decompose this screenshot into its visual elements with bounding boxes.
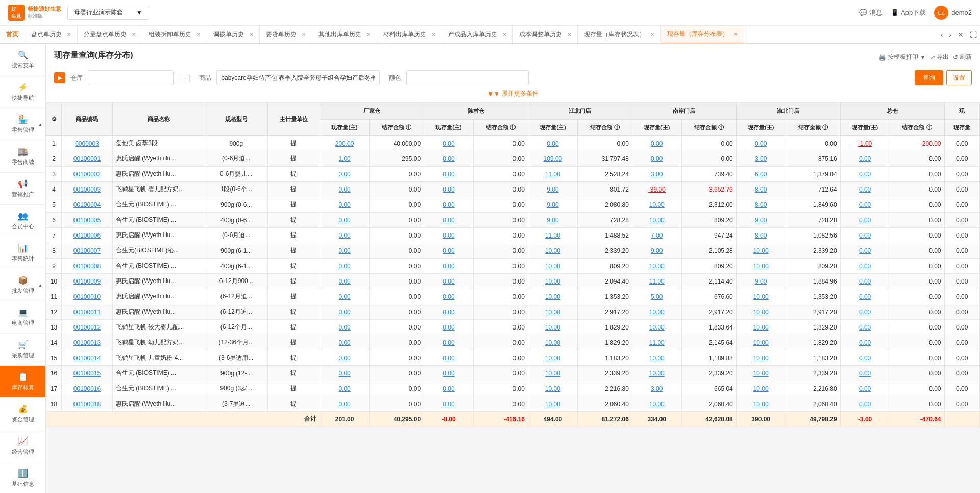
sidebar-item-nav[interactable]: ⚡ 快捷导航 [0,76,45,108]
yuanbei-current-link[interactable]: 10.00 [753,355,769,362]
color-input[interactable] [406,70,529,85]
jiangbei-current-link[interactable]: 9.00 [547,217,558,224]
setting-button[interactable]: 设置 [946,70,972,85]
sidebar-item-ecommerce[interactable]: 💻 电商管理 [0,301,45,334]
tab-qitachu[interactable]: 其他出库单历史 ✕ [312,26,377,44]
message-btn[interactable]: 💬 消息 [859,8,883,17]
chen-current-link[interactable]: 0.00 [443,339,454,346]
nanan-current-link[interactable]: 3.00 [651,171,663,178]
nanan-current-link[interactable]: 5.00 [651,293,663,300]
total-current-link[interactable]: 0.00 [859,155,871,162]
factory-current-link[interactable]: 0.00 [338,401,350,408]
code-link[interactable]: 00100005 [74,217,101,224]
factory-current-link[interactable]: 0.00 [338,355,350,362]
jiangbei-current-link[interactable]: 10.00 [545,309,560,316]
chen-current-link[interactable]: 0.00 [443,355,454,362]
nanan-current-link[interactable]: 11.00 [649,339,665,346]
sidebar-item-purchase[interactable]: 🛒 采购管理 [0,334,45,366]
jiangbei-current-link[interactable]: 11.00 [545,171,560,178]
print-dropdown[interactable]: ▼ [920,54,926,61]
sidebar-item-wholesale[interactable]: 📦 批发管理 [0,269,45,301]
jiangbei-current-link[interactable]: 10.00 [545,278,560,285]
yuanbei-current-link[interactable]: 10.00 [753,263,769,270]
warehouse-ellipsis[interactable]: ··· [179,74,190,82]
total-current-link[interactable]: 0.00 [859,278,871,285]
tab-close-all[interactable]: ✕ [954,31,967,39]
total-current-link[interactable]: 0.00 [859,339,871,346]
code-link[interactable]: 00100012 [74,324,101,331]
code-link[interactable]: 00100003 [74,186,101,193]
total-current-link[interactable]: 0.00 [859,370,871,377]
tab-scroll-left[interactable]: ‹ [938,31,946,39]
tab-diaob[interactable]: 调拨单历史 ✕ [207,26,260,44]
tab-liaoliao[interactable]: 材料出库单历史 ✕ [377,26,442,44]
jiangbei-current-link[interactable]: 109.00 [544,155,562,162]
yuanbei-current-link[interactable]: 10.00 [753,309,769,316]
code-link[interactable]: 00100014 [74,355,101,362]
chen-current-link[interactable]: 0.00 [443,370,454,377]
jiangbei-current-link[interactable]: 10.00 [545,401,560,408]
tab-chengpin[interactable]: 产成品入库单历史 ✕ [442,26,513,44]
total-current-link[interactable]: 0.00 [859,385,871,392]
close-pandian[interactable]: ✕ [67,32,71,37]
export-button[interactable]: ↗ 导出 [930,53,949,61]
total-current-link[interactable]: 0.00 [859,232,871,239]
factory-current-link[interactable]: 0.00 [338,385,350,392]
code-link[interactable]: 00100006 [74,232,101,239]
total-current-link[interactable]: 0.00 [859,324,871,331]
jiangbei-current-link[interactable]: 9.00 [547,201,558,208]
print-button[interactable]: 🖨️ 按模板打印 ▼ [878,53,926,61]
sidebar-item-retailstat[interactable]: 📊 零售统计 [0,237,45,269]
jiangbei-current-link[interactable]: 10.00 [545,247,560,254]
nanan-current-link[interactable]: 10.00 [649,370,665,377]
code-link[interactable]: 00100002 [74,171,101,178]
yuanbei-current-link[interactable]: 8.00 [755,201,767,208]
nanan-current-link[interactable]: 10.00 [649,324,665,331]
query-button[interactable]: 查询 [915,70,943,85]
jiangbei-current-link[interactable]: 10.00 [545,355,560,362]
chen-current-link[interactable]: 0.00 [443,201,454,208]
warehouse-input[interactable] [88,70,174,85]
total-current-link[interactable]: 0.00 [859,171,871,178]
code-link[interactable]: 00100011 [74,309,101,316]
sidebar-item-member[interactable]: 👥 会员中心 [0,205,45,237]
yuanbei-current-link[interactable]: 10.00 [753,370,769,377]
total-current-link[interactable]: 0.00 [859,186,871,193]
chen-current-link[interactable]: 0.00 [443,232,454,239]
nanan-current-link[interactable]: 10.00 [649,263,665,270]
chen-current-link[interactable]: 0.00 [443,247,454,254]
factory-current-link[interactable]: 0.00 [338,324,350,331]
nanan-current-link[interactable]: 10.00 [649,401,665,408]
jiangbei-current-link[interactable]: 10.00 [545,324,560,331]
yuanbei-current-link[interactable]: 10.00 [753,324,769,331]
code-link[interactable]: 00100016 [74,385,101,392]
tab-scroll-right[interactable]: › [946,31,954,39]
nanan-current-link[interactable]: 10.00 [649,355,665,362]
yuanbei-current-link[interactable]: 10.00 [753,339,769,346]
nanan-current-link[interactable]: 7.00 [651,232,663,239]
nanan-current-link[interactable]: 10.00 [649,201,665,208]
factory-current-link[interactable]: 0.00 [338,263,350,270]
total-current-link[interactable]: 0.00 [859,201,871,208]
nanan-current-link[interactable]: 0.00 [651,140,663,147]
yuanbei-current-link[interactable]: 9.00 [755,217,767,224]
chen-current-link[interactable]: 0.00 [443,217,454,224]
factory-current-link[interactable]: 0.00 [338,171,350,178]
nanan-current-link[interactable]: -39.00 [648,186,666,193]
expand-conditions-button[interactable]: ▼▼ 展开更多条件 [487,89,538,98]
jiangbei-current-link[interactable]: 10.00 [545,339,560,346]
close-fenpan[interactable]: ✕ [132,32,136,37]
total-current-link[interactable]: 0.00 [859,263,871,270]
code-link[interactable]: 00100001 [74,155,101,162]
tab-xiancun2[interactable]: 现存量（库存分布表） ✕ [661,26,744,44]
tab-chenben[interactable]: 成本调整单历史 ✕ [513,26,578,44]
sidebar-item-business[interactable]: 📈 经营管理 [0,430,45,462]
sidebar-item-basic[interactable]: ℹ️ 基础信息 [0,462,45,493]
sidebar-item-retail[interactable]: 🏪 零售管理 [0,108,45,140]
total-current-link[interactable]: 0.00 [859,293,871,300]
close-chenben[interactable]: ✕ [567,32,571,37]
factory-current-link[interactable]: 0.00 [338,232,350,239]
factory-current-link[interactable]: 0.00 [338,201,350,208]
factory-current-link[interactable]: 0.00 [338,339,350,346]
nanan-current-link[interactable]: 0.00 [651,155,663,162]
